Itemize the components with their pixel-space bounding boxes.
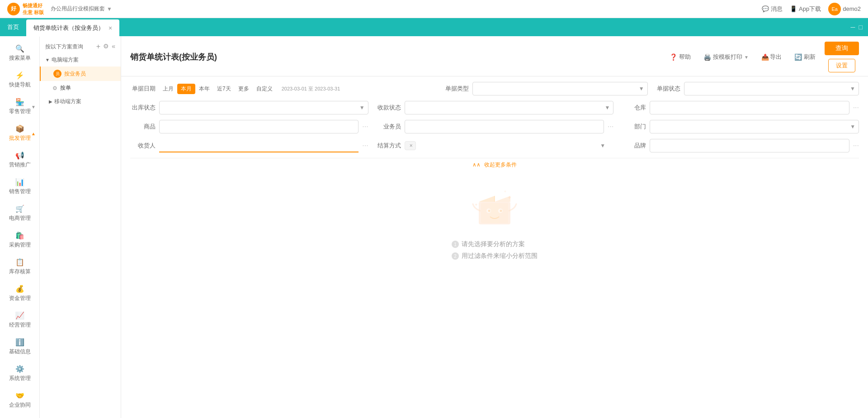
sidebar-item-cooperation[interactable]: 🤝 企业协同 (0, 387, 39, 413)
department-select[interactable] (650, 120, 859, 133)
user-area[interactable]: Ea demo2 (828, 3, 861, 15)
settlement-tag-close[interactable]: × (410, 142, 413, 149)
sales-icon: 📊 (15, 178, 24, 186)
scheme-add-icon[interactable]: + (96, 43, 100, 51)
doc-type-select[interactable] (472, 82, 647, 95)
help-btn[interactable]: ❓ 帮助 (666, 51, 694, 63)
sidebar-item-guide[interactable]: 🎯 新手引导 (0, 413, 39, 418)
sidebar-ecommerce-label: 电商管理 (9, 214, 31, 222)
sidebar-item-system[interactable]: ⚙️ 系统管理 (0, 360, 39, 387)
top-header: 好 畅捷通好生意 标版 办公用品行业模拟账套 ▼ 💬 消息 📱 App下载 Ea… (0, 0, 868, 18)
basic-icon: ℹ️ (15, 338, 24, 347)
sidebar-item-inventory[interactable]: 📋 库存核算 (0, 253, 39, 280)
empty-state-illustration: ✦ ✦ ✦ (467, 177, 522, 231)
sidebar-item-search[interactable]: 🔍 搜索菜单 (0, 40, 39, 66)
salesperson-input[interactable] (405, 120, 604, 133)
print-btn[interactable]: 🖨️ 按模板打印 ▼ (700, 51, 752, 63)
scheme-collapse-icon[interactable]: « (112, 43, 115, 51)
date-filter-item: 单据日期 上月 本月 本年 近7天 更多 自定义 2023-03-01 至 20… (130, 84, 436, 94)
query-button[interactable]: 查询 (825, 42, 859, 55)
sidebar-cooperation-label: 企业协同 (9, 401, 31, 409)
department-select-wrapper: ▼ (650, 120, 859, 133)
scheme-item-by-order[interactable]: ⚙ 按单 (40, 81, 121, 95)
warehouse-filter-item: 仓库 ··· (621, 101, 859, 114)
mobile-section-label: 移动端方案 (54, 98, 81, 105)
sidebar-sales-label: 销售管理 (9, 188, 31, 195)
tab-active[interactable]: 销货单统计表（按业务员） × (26, 19, 119, 37)
scheme-settings-icon[interactable]: ⚙ (103, 43, 109, 51)
step-2-text: 用过滤条件来缩小分析范围 (462, 252, 538, 260)
sidebar-shortcut-label: 快捷导航 (9, 81, 31, 89)
refresh-btn[interactable]: 🔄 刷新 (791, 51, 819, 63)
ecommerce-icon: 🛒 (15, 204, 24, 213)
sidebar-item-ecommerce[interactable]: 🛒 电商管理 (0, 200, 39, 227)
date-7days-btn[interactable]: 近7天 (213, 84, 235, 94)
scheme-desktop-section: ▼ 电脑端方案 员 按业务员 ⚙ 按单 (40, 53, 121, 95)
date-last-month-btn[interactable]: 上月 (159, 84, 177, 94)
brand-input[interactable] (650, 139, 849, 152)
receipt-status-select[interactable] (405, 101, 614, 114)
breadcrumb-dropdown-icon[interactable]: ▼ (107, 6, 112, 12)
page-header: 销货单统计表(按业务员) ❓ 帮助 🖨️ 按模板打印 ▼ 📤 导出 (121, 36, 868, 76)
sidebar-item-retail[interactable]: 🏪 零售管理 ▼ (0, 93, 39, 120)
sidebar-item-finance[interactable]: 💰 资金管理 (0, 280, 39, 307)
scheme-desktop-title[interactable]: ▼ 电脑端方案 (40, 53, 121, 66)
settlement-value-area: × (405, 141, 597, 150)
date-this-month-btn[interactable]: 本月 (177, 84, 195, 94)
export-btn[interactable]: 📤 导出 (758, 51, 785, 63)
tab-home[interactable]: 首页 (0, 18, 26, 36)
consignee-input[interactable] (159, 139, 359, 152)
collapse-bar[interactable]: ∧∧ 收起更多条件 (130, 158, 859, 171)
sidebar-item-operations[interactable]: 📈 经营管理 (0, 307, 39, 333)
doc-type-label: 单据类型 (443, 85, 469, 93)
app-download-btn[interactable]: 📱 App下载 (790, 5, 821, 13)
tab-max-icon[interactable]: □ (859, 24, 863, 31)
salesperson-filter-item: 业务员 ··· (376, 120, 614, 133)
help-icon: ❓ (670, 53, 677, 61)
sidebar-item-shortcut[interactable]: ⚡ 快捷导航 (0, 66, 39, 93)
print-dropdown-icon[interactable]: ▼ (744, 55, 749, 60)
consignee-dots-icon[interactable]: ··· (362, 142, 368, 150)
out-status-select[interactable] (159, 101, 368, 114)
sidebar-item-wholesale[interactable]: 📦 批发管理 ▲ (0, 120, 39, 147)
brand-filter-item: 品牌 ··· (621, 139, 859, 152)
tab-home-label: 首页 (7, 23, 19, 31)
warehouse-dots-icon[interactable]: ··· (853, 104, 859, 112)
brand-dots-icon[interactable]: ··· (853, 142, 859, 150)
brand-label: 品牌 (621, 142, 646, 150)
tab-min-icon[interactable]: ─ (851, 24, 855, 31)
retail-icon: 🏪 (15, 98, 24, 106)
tab-close-btn[interactable]: × (108, 24, 112, 32)
sidebar-item-basic[interactable]: ℹ️ 基础信息 (0, 333, 39, 360)
cooperation-icon: 🤝 (15, 391, 24, 400)
out-status-label: 出库状态 (130, 104, 156, 112)
header-left: 好 畅捷通好生意 标版 办公用品行业模拟账套 ▼ (7, 2, 112, 15)
out-status-select-wrapper: ▼ (159, 101, 368, 114)
svg-point-8 (488, 210, 491, 212)
settlement-chevron-icon[interactable]: ▼ (600, 142, 605, 149)
date-this-year-btn[interactable]: 本年 (195, 84, 213, 94)
goods-dots-icon[interactable]: ··· (362, 123, 368, 131)
salesperson-dots-icon[interactable]: ··· (608, 123, 613, 131)
sidebar-system-label: 系统管理 (9, 375, 31, 382)
filter-row-2: 出库状态 ▼ 收款状态 ▼ 仓库 (130, 101, 859, 114)
sidebar-item-purchase[interactable]: 🛍️ 采购管理 (0, 227, 39, 253)
sidebar-item-marketing[interactable]: 📢 营销推广 (0, 147, 39, 173)
sidebar-item-sales[interactable]: 📊 销售管理 (0, 173, 39, 200)
goods-input[interactable] (159, 120, 359, 133)
avatar: Ea (828, 3, 841, 15)
warehouse-input[interactable] (650, 101, 849, 114)
settings-button[interactable]: 设置 (828, 59, 855, 72)
doc-status-select[interactable] (684, 82, 859, 95)
scheme-mobile-section[interactable]: ▶ 移动端方案 (40, 95, 121, 108)
date-custom-btn[interactable]: 自定义 (253, 84, 276, 94)
warehouse-label: 仓库 (621, 104, 646, 112)
message-btn[interactable]: 💬 消息 (762, 5, 783, 13)
purchase-icon: 🛍️ (15, 231, 24, 240)
doc-type-select-wrapper: ▼ (472, 82, 647, 95)
scheme-item-by-salesperson[interactable]: 员 按业务员 (40, 66, 121, 81)
doc-status-select-wrapper: ▼ (684, 82, 859, 95)
svg-rect-5 (490, 203, 499, 223)
svg-text:✦: ✦ (504, 190, 507, 194)
date-more-btn[interactable]: 更多 (235, 84, 253, 94)
